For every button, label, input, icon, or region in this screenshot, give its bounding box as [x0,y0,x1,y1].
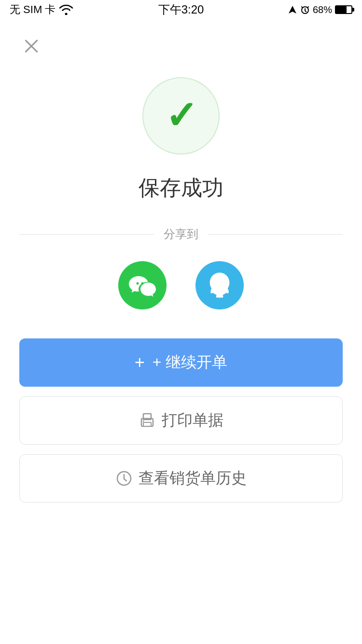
svg-rect-7 [143,422,151,426]
main-content: ✓ 保存成功 分享到 [0,58,362,644]
continue-button[interactable]: + + 继续开单 [19,338,343,387]
wechat-share-button[interactable] [118,261,167,309]
print-button[interactable]: 打印单据 [19,396,343,445]
svg-point-4 [150,288,152,290]
alarm-icon [300,5,310,14]
svg-point-1 [137,282,139,285]
share-divider: 分享到 [19,226,343,242]
close-button[interactable] [19,34,43,58]
printer-icon [139,412,156,429]
checkmark-icon: ✓ [165,97,197,135]
share-icons [118,261,244,309]
status-right: 68% [288,4,352,15]
svg-point-8 [143,420,144,422]
success-circle: ✓ [142,77,220,154]
history-button[interactable]: 查看销货单历史 [19,454,343,503]
sim-label: 无 SIM 卡 [10,2,56,17]
wifi-icon [59,4,73,15]
continue-label: + 继续开单 [153,352,228,373]
wechat-icon [129,273,156,297]
clock-icon [115,470,133,487]
status-bar: 无 SIM 卡 下午3:20 68% [0,0,362,19]
location-icon [288,5,297,14]
plus-icon: + [135,352,145,373]
qq-share-button[interactable] [195,261,244,309]
svg-point-3 [146,288,148,290]
divider-left [19,234,154,235]
success-title: 保存成功 [139,174,223,202]
action-buttons: + + 继续开单 打印单据 查看销货单历史 [19,338,343,503]
battery-percent: 68% [313,4,332,15]
status-left: 无 SIM 卡 [10,2,73,17]
svg-point-2 [141,282,144,285]
share-section: 分享到 [19,226,343,309]
share-label: 分享到 [164,226,198,242]
battery-icon [335,5,352,14]
print-label: 打印单据 [162,410,223,431]
status-time: 下午3:20 [158,2,204,17]
divider-right [208,234,343,235]
qq-icon [206,271,233,300]
history-label: 查看销货单历史 [139,468,247,489]
